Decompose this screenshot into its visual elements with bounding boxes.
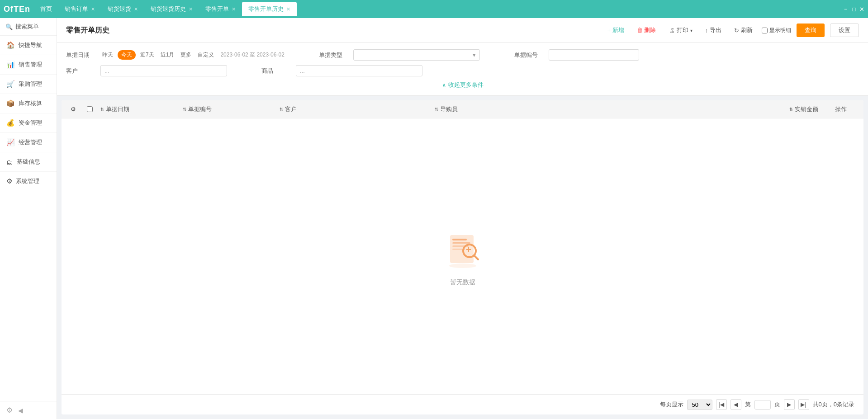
minimize-btn[interactable]: －: [843, 5, 849, 13]
collapse-link[interactable]: ∧ 收起更多条件: [442, 81, 484, 89]
svg-rect-2: [452, 239, 467, 240]
main-layout: 🔍 搜索菜单 🏠 快捷导航 📊 销售管理 🛒 采购管理 📦 库存核算 💰 资金管…: [0, 18, 868, 419]
close-tab-return-history[interactable]: ✕: [189, 6, 193, 12]
search-icon: 🔍: [5, 24, 13, 30]
svg-line-7: [474, 255, 478, 259]
sidebar-item-sales[interactable]: 📊 销售管理: [0, 55, 57, 75]
empty-text: 暂无数据: [450, 278, 475, 287]
add-button[interactable]: + 新增: [604, 24, 628, 36]
close-tab-retail-history[interactable]: ✕: [286, 6, 290, 12]
last-page-btn[interactable]: ▶|: [798, 399, 809, 410]
th-settings[interactable]: ⚙: [66, 102, 82, 116]
show-detail-checkbox[interactable]: 显示明细: [762, 27, 791, 34]
sidebar-item-operation[interactable]: 📈 经营管理: [0, 133, 57, 152]
product-label: 商品: [261, 67, 289, 75]
page-size-select[interactable]: 50 100 200: [687, 400, 712, 410]
date-btn-more[interactable]: 更多: [179, 50, 193, 60]
customer-label: 客户: [66, 67, 93, 75]
sidebar: 🔍 搜索菜单 🏠 快捷导航 📊 销售管理 🛒 采购管理 📦 库存核算 💰 资金管…: [0, 18, 57, 419]
filter-row-2: 客户 ... 商品 ...: [66, 65, 859, 76]
sidebar-item-basic[interactable]: 🗂 基础信息: [0, 152, 57, 172]
delete-button[interactable]: 🗑 删除: [633, 24, 660, 36]
svg-rect-3: [452, 242, 470, 244]
th-spacer: [512, 106, 740, 113]
system-icon: ⚙: [6, 177, 12, 185]
order-no-input[interactable]: [549, 49, 639, 61]
close-tab-return[interactable]: ✕: [134, 6, 138, 12]
empty-illustration: [440, 226, 485, 271]
show-detail-check[interactable]: [762, 28, 768, 33]
prev-page-btn[interactable]: ◀: [730, 399, 741, 410]
finance-icon: 💰: [6, 119, 15, 127]
print-button[interactable]: 🖨 打印 ▾: [665, 24, 696, 36]
print-dropdown-icon[interactable]: ▾: [690, 28, 693, 33]
sort-amount-icon[interactable]: ⇅: [789, 107, 793, 112]
sort-guide-icon[interactable]: ⇅: [435, 107, 438, 112]
tab-sales-order[interactable]: 销售订单 ✕: [58, 2, 101, 16]
close-tab-sales-order[interactable]: ✕: [91, 6, 95, 12]
date-btn-today[interactable]: 今天: [118, 50, 136, 60]
home-icon: 🏠: [6, 41, 15, 49]
date-btn-custom[interactable]: 自定义: [196, 50, 216, 60]
date-shortcuts: 昨天 今天 近7天 近1月 更多 自定义 2023-06-02 至 2023-0…: [100, 50, 285, 60]
next-page-btn[interactable]: ▶: [784, 399, 795, 410]
order-type-select[interactable]: ▾: [353, 49, 480, 61]
export-button[interactable]: ↑ 导出: [702, 24, 726, 36]
tab-return[interactable]: 销货退货 ✕: [101, 2, 144, 16]
tab-home[interactable]: 首页: [34, 2, 58, 16]
order-type-label: 单据类型: [319, 51, 346, 59]
order-no-label: 单据编号: [514, 51, 541, 59]
chevron-up-icon: ∧: [442, 82, 446, 89]
tab-retail-history[interactable]: 零售开单历史 ✕: [242, 2, 297, 16]
th-guide: ⇅ 导购员: [430, 102, 512, 117]
window-controls: － □ ✕: [843, 5, 864, 13]
sidebar-bottom: ⚙ ◀: [0, 401, 57, 419]
inventory-icon: 📦: [6, 99, 15, 108]
sidebar-item-shortcut[interactable]: 🏠 快捷导航: [0, 36, 57, 55]
date-btn-1month[interactable]: 近1月: [159, 50, 176, 60]
th-amount: ⇅ 实销金额: [740, 102, 823, 117]
refresh-button[interactable]: ↻ 刷新: [730, 24, 756, 36]
maximize-btn[interactable]: □: [852, 6, 856, 13]
toolbar: + 新增 🗑 删除 🖨 打印 ▾ ↑ 导出 ↻ 刷新 显示明细: [604, 24, 859, 37]
first-page-btn[interactable]: |◀: [716, 399, 727, 410]
query-button[interactable]: 查询: [797, 24, 825, 37]
filter-area: 单据日期 昨天 今天 近7天 近1月 更多 自定义 2023-06-02 至 2…: [57, 43, 868, 96]
filter-row-1: 单据日期 昨天 今天 近7天 近1月 更多 自定义 2023-06-02 至 2…: [66, 49, 859, 61]
date-label: 单据日期: [66, 51, 93, 59]
product-input[interactable]: ...: [296, 65, 422, 76]
tab-retail[interactable]: 零售开单 ✕: [199, 2, 242, 16]
table-area: ⚙ ⇅ 单据日期 ⇅ 单据编号 ⇅ 客户 ⇅: [62, 100, 863, 414]
th-customer: ⇅ 客户: [275, 102, 430, 117]
top-bar: OfTEn 首页 销售订单 ✕ 销货退货 ✕ 销货退货历史 ✕ 零售开单 ✕ 零…: [0, 0, 868, 18]
sidebar-item-inventory[interactable]: 📦 库存核算: [0, 94, 57, 113]
date-range: 2023-06-02 至 2023-06-02: [220, 51, 284, 59]
column-settings-icon[interactable]: ⚙: [71, 106, 76, 113]
sidebar-item-finance[interactable]: 💰 资金管理: [0, 113, 57, 133]
customer-input[interactable]: ...: [100, 65, 227, 76]
th-check[interactable]: [82, 103, 96, 116]
sidebar-search[interactable]: 🔍 搜索菜单: [0, 18, 57, 36]
select-all-checkbox[interactable]: [87, 106, 93, 112]
sidebar-item-system[interactable]: ⚙ 系统管理: [0, 172, 57, 191]
sort-no-icon[interactable]: ⇅: [183, 107, 186, 112]
close-tab-retail[interactable]: ✕: [232, 6, 236, 12]
tab-return-history[interactable]: 销货退货历史 ✕: [144, 2, 199, 16]
basic-icon: 🗂: [6, 158, 13, 166]
close-btn[interactable]: ✕: [859, 6, 864, 13]
page-input[interactable]: 1: [754, 400, 771, 410]
sort-date-icon[interactable]: ⇅: [100, 107, 104, 112]
sidebar-item-purchase[interactable]: 🛒 采购管理: [0, 75, 57, 94]
page-title: 零售开单历史: [66, 26, 109, 35]
collapse-icon[interactable]: ◀: [18, 407, 23, 414]
purchase-icon: 🛒: [6, 80, 15, 88]
content: 零售开单历史 + 新增 🗑 删除 🖨 打印 ▾ ↑ 导出 ↻ 刷新: [57, 18, 868, 419]
sales-icon: 📊: [6, 61, 15, 69]
settings-button[interactable]: 设置: [830, 24, 859, 37]
order-type-dropdown-icon: ▾: [473, 52, 476, 58]
sort-customer-icon[interactable]: ⇅: [280, 107, 283, 112]
date-btn-yesterday[interactable]: 昨天: [100, 50, 115, 60]
date-btn-7days[interactable]: 近7天: [138, 50, 156, 60]
svg-point-0: [449, 264, 476, 268]
settings-icon[interactable]: ⚙: [6, 406, 13, 414]
